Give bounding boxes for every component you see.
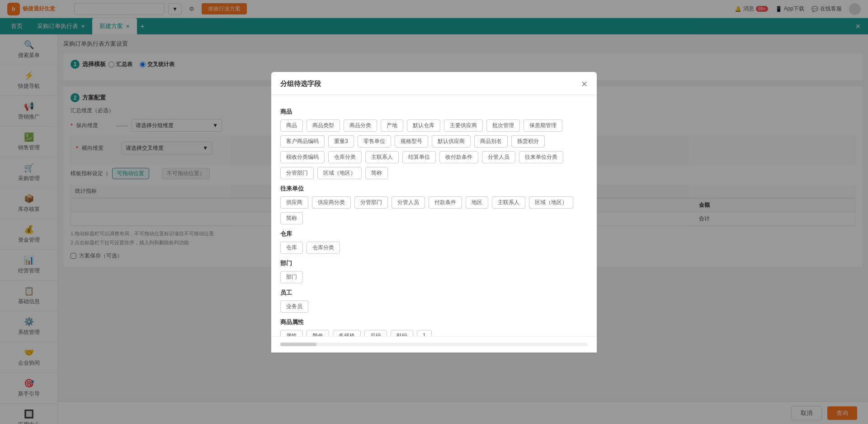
field-weight3[interactable]: 重量3 [328, 135, 354, 148]
section-title-dept: 部门 [280, 259, 588, 267]
field-area[interactable]: 地区 [466, 196, 488, 209]
section-title-staff: 员工 [280, 289, 588, 297]
goods-fields: 商品 商品类型 商品分类 产地 默认仓库 主要供应商 批次管理 保质期管理 客户… [280, 119, 588, 179]
field-staff-partner[interactable]: 分管人员 [392, 196, 425, 209]
field-color[interactable]: 颜色 [307, 330, 329, 337]
section-title-goods: 商品 [280, 108, 588, 116]
field-multi-spec[interactable]: 多规格 [333, 330, 361, 337]
field-region-goods[interactable]: 区域（地区） [317, 167, 362, 179]
field-abbr-partner[interactable]: 简称 [280, 212, 303, 224]
field-goods[interactable]: 商品 [280, 119, 303, 132]
field-partner-category[interactable]: 往来单位分类 [519, 151, 563, 163]
section-title-goods-attr: 商品属性 [280, 318, 588, 326]
field-settlement-unit[interactable]: 结算单位 [402, 151, 436, 163]
field-goods-type[interactable]: 商品类型 [307, 119, 340, 132]
field-supplier-category[interactable]: 供应商分类 [312, 196, 351, 209]
field-supplier[interactable]: 供应商 [280, 196, 308, 209]
field-dept[interactable]: 部门 [280, 271, 303, 283]
field-size[interactable]: 尺码 [364, 330, 387, 337]
section-title-partner: 往来单位 [280, 185, 588, 193]
field-batch-management[interactable]: 批次管理 [486, 119, 520, 132]
field-main-supplier[interactable]: 主要供应商 [444, 119, 483, 132]
field-default-supplier[interactable]: 默认供应商 [432, 135, 471, 148]
field-default-warehouse[interactable]: 默认仓库 [407, 119, 440, 132]
field-payment-cond[interactable]: 付款条件 [429, 196, 462, 209]
field-region-partner[interactable]: 区域（地区） [529, 196, 573, 209]
field-tax-category-code[interactable]: 税收分类编码 [280, 151, 325, 163]
field-customer-goods-code[interactable]: 客户商品编码 [280, 135, 325, 148]
field-attr[interactable]: 属性 [280, 330, 303, 337]
section-title-warehouse: 仓库 [280, 230, 588, 238]
field-warehouse-cat[interactable]: 仓库分类 [307, 242, 340, 254]
field-shoe-size[interactable]: 鞋码 [391, 330, 413, 337]
horizontal-scrollbar-thumb [280, 343, 316, 346]
field-retail-unit[interactable]: 零售单位 [358, 135, 391, 148]
field-warehouse[interactable]: 仓库 [280, 242, 303, 254]
modal-dialog: 分组待选字段 ✕ 商品 商品 商品类型 商品分类 产地 默认仓库 主要供应商 批… [271, 72, 597, 353]
dept-fields: 部门 [280, 271, 588, 283]
field-main-contact-partner[interactable]: 主联系人 [492, 196, 525, 209]
warehouse-fields: 仓库 仓库分类 [280, 242, 588, 254]
modal-header: 分组待选字段 ✕ [271, 72, 597, 95]
field-goods-category[interactable]: 商品分类 [344, 119, 377, 132]
staff-fields: 业务员 [280, 300, 588, 313]
partner-fields: 供应商 供应商分类 分管部门 分管人员 付款条件 地区 主联系人 区域（地区） … [280, 196, 588, 224]
modal-body[interactable]: 商品 商品 商品类型 商品分类 产地 默认仓库 主要供应商 批次管理 保质期管理… [271, 95, 597, 337]
field-dept-partner[interactable]: 分管部门 [354, 196, 388, 209]
modal-title: 分组待选字段 [280, 80, 321, 88]
field-attr-1[interactable]: 1 [417, 330, 432, 337]
field-payment-terms[interactable]: 收付款条件 [439, 151, 478, 163]
field-main-contact[interactable]: 主联系人 [365, 151, 399, 163]
field-expiry-management[interactable]: 保质期管理 [524, 119, 562, 132]
field-origin[interactable]: 产地 [381, 119, 403, 132]
field-salesperson[interactable]: 业务员 [280, 300, 308, 313]
modal-footer-scrollbar[interactable] [271, 336, 597, 352]
modal-close-button[interactable]: ✕ [581, 79, 588, 89]
field-abbr-goods[interactable]: 简称 [365, 167, 388, 179]
field-manager-staff[interactable]: 分管人员 [482, 151, 515, 163]
horizontal-scrollbar[interactable] [280, 343, 588, 346]
goods-attr-fields: 属性 颜色 多规格 尺码 鞋码 1 [280, 330, 588, 337]
field-manage-dept[interactable]: 分管部门 [280, 167, 314, 179]
field-warehouse-category[interactable]: 仓库分类 [328, 151, 362, 163]
field-goods-alias[interactable]: 商品别名 [474, 135, 508, 148]
field-pick-points[interactable]: 拣货积分 [511, 135, 545, 148]
modal-overlay: 分组待选字段 ✕ 商品 商品 商品类型 商品分类 产地 默认仓库 主要供应商 批… [0, 0, 868, 424]
field-spec-model[interactable]: 规格型号 [395, 135, 428, 148]
